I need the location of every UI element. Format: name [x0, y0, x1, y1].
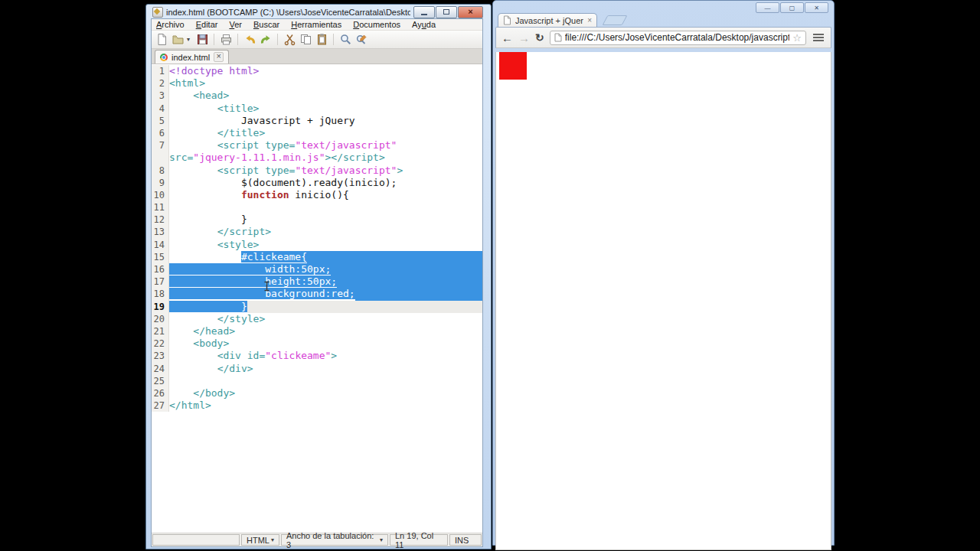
redo-icon[interactable] [259, 33, 273, 47]
code-line[interactable]: 8 <script type="text/javascript"> [152, 165, 482, 177]
code-line[interactable]: 7 <script type="text/javascript" [152, 139, 482, 152]
forward-button[interactable]: → [518, 32, 530, 44]
code-line[interactable]: src="jquery-1.11.1.min.js"></script> [152, 152, 482, 164]
code-line[interactable]: 15 #clickeame{ [152, 251, 482, 263]
code-line[interactable]: 6 </title> [152, 127, 482, 139]
code-lines: 1<!doctype html>2<html>3 <head>4 <title>… [152, 65, 482, 412]
toolbar-separator [277, 34, 278, 45]
cut-icon[interactable] [283, 33, 296, 47]
code-line[interactable]: 13 </script> [152, 226, 482, 238]
minimize-button[interactable] [413, 6, 435, 18]
code-line[interactable]: 20 </style> [152, 313, 482, 325]
gedit-window: index.html (BOOTCAMP (C:) \Users\JoseVic… [145, 4, 492, 549]
code-line[interactable]: 1<!doctype html> [152, 65, 482, 77]
chevron-down-icon: ▾ [271, 536, 274, 543]
code-line[interactable]: 16 width:50px; [152, 263, 482, 276]
search-replace-icon[interactable] [354, 33, 368, 47]
code-line[interactable]: 10 function inicio(){ [152, 189, 482, 201]
print-icon[interactable] [219, 33, 233, 47]
maximize-icon [443, 9, 449, 15]
minimize-button[interactable]: — [756, 2, 779, 13]
code-line[interactable]: 21 </head> [152, 325, 482, 337]
code-line[interactable]: 4 <title> [152, 103, 482, 115]
chevron-down-icon: ▾ [380, 536, 383, 543]
menu-item-ayuda[interactable]: Ayuda [412, 20, 436, 29]
gedit-tabbar: index.html × [152, 49, 482, 64]
tab-close-icon[interactable]: × [214, 52, 224, 62]
menu-item-editar[interactable]: Editar [196, 20, 218, 29]
tab-label: index.html [172, 53, 210, 62]
browser-tab-title: Javascript + jQuery [515, 16, 583, 25]
code-line[interactable]: 18 background:red; [152, 288, 482, 300]
close-button[interactable]: ✕ [805, 2, 828, 13]
gedit-client-area: ArchivoEditarVerBuscarHerramientasDocume… [151, 18, 483, 547]
cursor-position-label: Ln 19, Col 11 [390, 534, 448, 546]
save-icon[interactable] [195, 33, 209, 47]
code-line[interactable]: 5 Javascript + jQuery [152, 115, 482, 127]
gedit-titlebar[interactable]: index.html (BOOTCAMP (C:) \Users\JoseVic… [151, 5, 483, 18]
browser-menu-button[interactable] [812, 32, 825, 43]
maximize-button[interactable]: ▢ [780, 2, 804, 13]
undo-icon[interactable] [243, 33, 256, 47]
page-favicon [503, 15, 511, 25]
code-line[interactable]: 23 <div id="clickeame"> [152, 350, 482, 362]
menu-item-documentos[interactable]: Documentos [353, 20, 400, 29]
browser-toolbar: ← → ↻ file:///C:/Users/JoseVicenteCarrat… [495, 27, 831, 48]
code-line[interactable]: 24 </div> [152, 363, 482, 375]
code-line[interactable]: 2<html> [152, 77, 482, 90]
code-line[interactable]: 12 } [152, 214, 482, 226]
gedit-toolbar: ▾ [152, 31, 482, 49]
language-selector[interactable]: HTML ▾ [241, 534, 279, 546]
gedit-statusbar: HTML ▾ Ancho de la tabulación: 3 ▾ Ln 19… [152, 533, 482, 546]
open-folder-icon[interactable] [171, 33, 185, 47]
gedit-window-title: index.html (BOOTCAMP (C:) \Users\JoseVic… [166, 8, 410, 17]
browser-tab[interactable]: Javascript + jQuery × [498, 13, 597, 27]
toolbar-separator [333, 34, 334, 45]
code-line[interactable]: 22 <body> [152, 337, 482, 350]
tab-width-label: Ancho de la tabulación: 3 [286, 531, 380, 549]
copy-icon[interactable] [299, 33, 312, 47]
tab-width-selector[interactable]: Ancho de la tabulación: 3 ▾ [281, 534, 388, 546]
menu-item-ver[interactable]: Ver [229, 20, 242, 29]
code-line[interactable]: 19 } [152, 301, 482, 313]
search-icon[interactable] [338, 33, 352, 47]
code-line[interactable]: 26 </body> [152, 387, 482, 399]
close-button[interactable]: × [458, 6, 483, 18]
gedit-menubar: ArchivoEditarVerBuscarHerramientasDocume… [152, 19, 482, 31]
code-line[interactable]: 25 [152, 375, 482, 387]
code-editor[interactable]: 1<!doctype html>2<html>3 <head>4 <title>… [152, 64, 482, 533]
code-line[interactable]: 14 <style> [152, 239, 482, 251]
code-line[interactable]: 3 <head> [152, 90, 482, 102]
browser-window-controls: — ▢ ✕ [495, 1, 831, 13]
language-label: HTML [247, 536, 270, 545]
insert-mode-label: INS [449, 534, 482, 546]
toolbar-separator [214, 34, 214, 45]
code-line[interactable]: 9 $(document).ready(inicio); [152, 177, 482, 189]
browser-viewport [495, 52, 831, 550]
toolbar-separator [237, 34, 238, 45]
code-line[interactable]: 17 height:50px; [152, 276, 482, 288]
editor-tab-index-html[interactable]: index.html × [155, 50, 229, 64]
browser-tabstrip: Javascript + jQuery × [495, 13, 831, 27]
paste-icon[interactable] [315, 33, 328, 47]
browser-window: — ▢ ✕ Javascript + jQuery × ← → ↻ file:/… [492, 0, 835, 546]
reload-button[interactable]: ↻ [535, 31, 544, 44]
bookmark-star-icon[interactable]: ☆ [792, 32, 802, 44]
new-document-icon[interactable] [155, 33, 168, 47]
code-line[interactable]: 27</html> [152, 399, 482, 412]
mouse-ibeam-cursor [263, 281, 270, 292]
back-button[interactable]: ← [501, 32, 513, 44]
html-file-icon [160, 54, 168, 61]
menu-item-buscar[interactable]: Buscar [253, 20, 279, 29]
tab-close-icon[interactable]: × [587, 16, 592, 24]
menu-item-archivo[interactable]: Archivo [156, 20, 185, 29]
new-tab-button[interactable] [603, 15, 628, 25]
code-line[interactable]: 11 [152, 201, 482, 214]
open-dropdown-arrow[interactable]: ▾ [187, 36, 193, 43]
red-square[interactable] [499, 52, 527, 80]
maximize-button[interactable] [436, 6, 457, 18]
menu-item-herramientas[interactable]: Herramientas [291, 20, 341, 29]
address-bar[interactable]: file:///C:/Users/JoseVicenteCarratala/De… [550, 31, 806, 45]
statusbar-message-area [152, 534, 240, 546]
url-text: file:///C:/Users/JoseVicenteCarratala/De… [565, 32, 790, 43]
